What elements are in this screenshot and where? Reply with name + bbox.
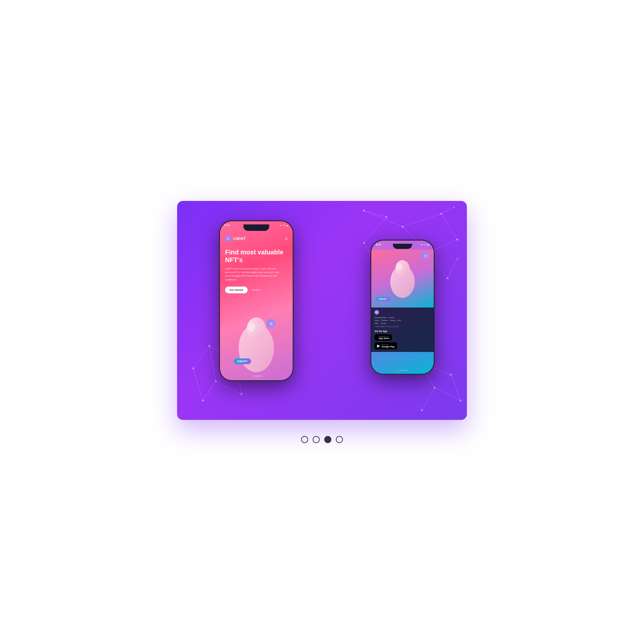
svg-point-40 [459,400,461,402]
for-free-label: For free [251,289,260,291]
indicator-dot-4[interactable] [336,436,343,443]
phone-small-screen: 9:41 ▪▪▪ ⊙ ▬ [371,241,434,374]
umint-tag-large: UMINT [234,358,251,364]
phone-large: 9:41 ▪▪▪ ⊙ ▬ U UMIN [219,220,294,381]
footer-section: U Download Now License About Feature [371,308,434,352]
nft-image-area: UMINT U [220,309,293,374]
battery-icon: ▬ [286,224,288,226]
indicator-dot-3[interactable] [324,436,331,443]
svg-line-7 [364,217,386,243]
small-hero: U UMINT [371,250,434,308]
nav-download[interactable]: Download Now [374,317,386,318]
phone-large-brand-name: UMINT [233,237,246,241]
svg-line-15 [193,346,209,368]
wifi-icon-small: ⊙ [424,243,426,246]
phone-large-status-icons: ▪▪▪ ⊙ ▬ [280,224,288,227]
battery-icon-small: ▬ [427,243,429,246]
svg-point-36 [192,367,194,369]
indicator-dot-2[interactable] [313,436,320,443]
svg-line-16 [193,368,203,401]
play-store-text: GET IT ON Google Play [382,344,394,348]
purple-background: 9:41 ▪▪▪ ⊙ ▬ U UMIN [177,201,467,420]
small-sculpture-svg [386,259,419,298]
phone-large-status-bar: 9:41 ▪▪▪ ⊙ ▬ [220,224,293,227]
footer-brand-row: U [374,310,431,315]
indicators [301,436,343,443]
footer-nav-row-1: Download Now License [374,317,431,318]
hero-title: Find most valuable NFT's [225,248,288,264]
lock-icon: 🔒 [250,375,252,377]
get-app-title: Get the App [374,330,431,332]
play-store-button[interactable]: ▶ GET IT ON Google Play [374,342,397,349]
svg-point-32 [208,345,210,347]
sculpture: UMINT U [231,316,282,374]
play-store-big-label: Google Play [382,346,394,348]
footer-nav: Download Now License About Features Pric… [374,317,431,324]
wifi-icon: ⊙ [283,224,285,227]
nav-features[interactable]: Features [381,319,388,321]
cta-row: Get started For free [225,287,288,293]
svg-point-41 [434,387,436,389]
footer-brand-icon: U [374,310,379,315]
svg-line-2 [441,214,457,240]
phone-small: 9:41 ▪▪▪ ⊙ ▬ [370,240,435,375]
app-store-text: Download on the App Store [379,336,389,339]
phone-small-status-bar: 9:41 ▪▪▪ ⊙ ▬ [371,243,434,246]
phone-large-nav: U UMINT ≡ [225,235,288,242]
phone-small-time: 9:41 [376,243,382,246]
footer-copyright: © 2022 UMINT. All rights reserved [374,326,431,327]
svg-point-42 [421,409,423,411]
footer-nav-row-2: About Features Pricing FAQ [374,319,431,321]
svg-point-46 [248,322,255,332]
umint-badge-large: U [267,319,276,328]
nav-license[interactable]: License [388,317,394,318]
phone-large-brand-icon: U [225,235,232,242]
svg-point-39 [450,374,452,376]
app-store-big-label: App Store [379,337,389,339]
svg-point-43 [457,258,458,260]
signal-icon: ▪▪▪ [280,224,282,226]
play-icon: ▶ [377,344,380,348]
svg-line-9 [364,211,386,217]
phone-large-time: 9:41 [224,224,230,227]
phone-small-url: 🔒 umint.eu [397,369,408,371]
svg-line-10 [441,207,454,214]
phone-large-url: 🔒 umint.eu [250,375,262,377]
svg-line-17 [203,381,216,401]
svg-line-22 [422,388,435,410]
svg-line-0 [364,211,403,227]
svg-point-24 [402,226,403,228]
svg-point-28 [447,277,449,279]
nav-pricing[interactable]: Pricing [390,319,395,321]
svg-point-26 [456,239,458,241]
phone-large-screen: 9:41 ▪▪▪ ⊙ ▬ U UMIN [220,221,293,380]
small-lock-icon: 🔒 [397,369,399,371]
phone-large-brand: U UMINT [225,235,246,242]
svg-line-19 [451,375,460,401]
get-started-button[interactable]: Get started [225,287,248,293]
phone-small-status-icons: ▪▪▪ ⊙ ▬ [421,243,429,246]
svg-point-25 [440,213,442,215]
small-brand-badge: U [422,252,429,259]
small-umint-tag: UMINT [376,297,390,301]
phone-small-content: U UMINT U [371,250,434,374]
indicator-dot-1[interactable] [301,436,308,443]
nav-help[interactable]: Help [374,322,378,324]
signal-icon-small: ▪▪▪ [421,243,423,246]
svg-line-21 [435,388,460,401]
svg-line-13 [216,381,241,394]
nav-about[interactable]: About [374,319,379,321]
svg-point-31 [453,207,455,208]
svg-line-1 [403,214,441,227]
svg-line-6 [448,259,457,278]
nav-faq[interactable]: FAQ [397,319,401,321]
footer-nav-row-3: Help Contact [374,322,431,324]
app-store-button[interactable]: Download on the App Store [374,334,392,341]
outer-container: 9:41 ▪▪▪ ⊙ ▬ U UMIN [0,0,644,644]
svg-point-37 [202,400,204,402]
svg-point-29 [385,216,387,218]
hamburger-icon[interactable]: ≡ [285,236,288,241]
nav-contact[interactable]: Contact [380,322,386,324]
svg-point-34 [215,380,217,382]
hero-description: UMINT is the best place to analyze, trac… [225,267,280,281]
